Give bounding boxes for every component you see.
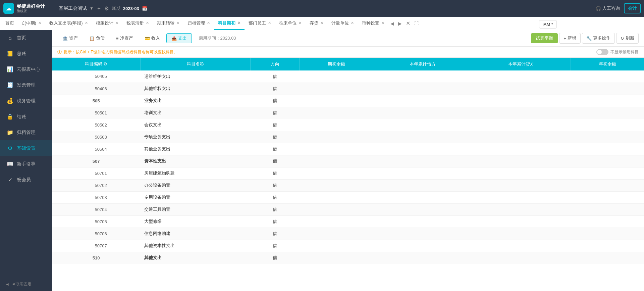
cell-begin-balance (571, 215, 644, 228)
tab-partners-close[interactable]: ✕ (299, 21, 302, 25)
cell-opening[interactable] (300, 95, 373, 107)
add-company-button[interactable]: ＋ (96, 5, 102, 12)
tab-tax-close[interactable]: ✕ (146, 21, 149, 25)
refresh-button[interactable]: ↻ 刷新 (616, 33, 639, 44)
table-row[interactable]: 50707其他资本性支出借 (52, 240, 644, 252)
tab-home-label: 首页 (5, 20, 14, 26)
cell-dir: 借 (251, 83, 300, 95)
cell-opening[interactable] (300, 143, 373, 155)
tab-subject-close[interactable]: ✕ (237, 21, 240, 25)
tab-unit-close[interactable]: ✕ (351, 21, 354, 25)
table-row[interactable]: 50503专项业务支出借 (52, 131, 644, 143)
tab-inventory-close[interactable]: ✕ (320, 21, 323, 25)
cell-opening[interactable] (300, 83, 373, 95)
cell-begin-balance (571, 240, 644, 252)
hint-text: 提示：按Ctrl + F键并输入科目编码或者科目名称可以查找科目。 (64, 49, 178, 55)
cell-opening[interactable] (300, 215, 373, 228)
sidebar-item-invoice[interactable]: 🧾 发票管理 (0, 77, 52, 93)
sidebar-item-member[interactable]: ✓ 畅会员 (0, 172, 52, 188)
cell-opening[interactable] (300, 240, 373, 252)
balance-button[interactable]: 试算平衡 (531, 33, 558, 43)
tab-close-all-button[interactable]: ✕ (404, 17, 412, 30)
cell-opening[interactable] (300, 70, 373, 83)
cell-opening[interactable] (300, 252, 373, 264)
calendar-icon[interactable]: 📅 (142, 6, 147, 11)
table-row[interactable]: 50501培训支出借 (52, 107, 644, 119)
cell-opening[interactable] (300, 155, 373, 167)
tab-dept-close[interactable]: ✕ (268, 21, 271, 25)
tab-archive-close[interactable]: ✕ (207, 21, 210, 25)
subject-tab-asset[interactable]: 🏦 资产 (57, 33, 83, 43)
tab-period-close[interactable]: 期末结转 ✕ (153, 17, 183, 30)
sidebar-item-reports[interactable]: 📊 云报表中心 (0, 61, 52, 77)
tab-period-close-x[interactable]: ✕ (176, 21, 179, 25)
tab-unit[interactable]: 计量单位 ✕ (327, 17, 358, 30)
company-dropdown-icon[interactable]: ▼ (90, 6, 94, 11)
tab-midterm-close[interactable]: ✕ (38, 21, 41, 25)
th-begin: 年初余额 (571, 58, 644, 70)
col-settings-icon[interactable]: ⚙ (103, 61, 107, 66)
table-row[interactable]: 50405运维维护支出借 (52, 70, 644, 83)
table-row[interactable]: 50704交通工具购置借 (52, 203, 644, 215)
sidebar-item-guide[interactable]: 📖 新手引导 (0, 156, 52, 172)
sidebar-pin-button[interactable]: ◄ ◄取消固定 (0, 277, 52, 291)
table-row[interactable]: 50705大型修缮借 (52, 215, 644, 228)
cell-opening[interactable] (300, 107, 373, 119)
tab-midterm[interactable]: £(中期) ✕ (18, 17, 45, 30)
service-button[interactable]: 🎧 人工咨询 (596, 5, 620, 11)
sidebar-item-settings[interactable]: ⚙ 基础设置 (0, 140, 52, 156)
tab-archive[interactable]: 归档管理 ✕ (183, 17, 214, 30)
tab-template-close[interactable]: ✕ (115, 21, 118, 25)
tab-next-button[interactable]: ▶ (396, 17, 404, 30)
tab-dept-staff[interactable]: 部门员工 ✕ (245, 17, 275, 30)
cell-begin-balance (571, 143, 644, 155)
table-row[interactable]: 510其他支出借 (52, 252, 644, 264)
tab-expand-button[interactable]: ⛶ (412, 17, 421, 30)
company-settings-icon[interactable]: ⚙ (104, 5, 109, 12)
sidebar-item-ledger[interactable]: 📒 总账 (0, 46, 52, 61)
subject-tab-income[interactable]: 💳 收入 (140, 33, 165, 43)
tab-currency[interactable]: 币种设置 ✕ (358, 17, 388, 30)
tab-template[interactable]: 模版设计 ✕ (92, 17, 122, 30)
cell-opening[interactable] (300, 131, 373, 143)
table-row[interactable]: 50406其他维权支出借 (52, 83, 644, 95)
tab-annual-close[interactable]: ✕ (85, 21, 88, 25)
tab-prev-button[interactable]: ◀ (388, 17, 396, 30)
asset-icon: 🏦 (62, 36, 68, 41)
sidebar-item-tax[interactable]: 💰 税务管理 (0, 93, 52, 109)
cell-opening[interactable] (300, 191, 373, 203)
cell-opening[interactable] (300, 228, 373, 240)
disable-toggle[interactable] (596, 49, 608, 55)
tab-partners[interactable]: 往来单位 ✕ (275, 17, 306, 30)
table-row[interactable]: 50706信息网络购建借 (52, 228, 644, 240)
th-ytd-credit: 本年累计贷方 (472, 58, 571, 70)
more-button[interactable]: 🔧 更多操作 (582, 33, 615, 44)
header-right: 🎧 人工咨询 会计 (596, 3, 641, 13)
tab-inventory[interactable]: 存货 ✕ (306, 17, 327, 30)
sidebar-item-archive[interactable]: 📁 归档管理 (0, 125, 52, 140)
sidebar-item-home[interactable]: ⌂ 首页 (0, 30, 52, 46)
cell-opening[interactable] (300, 119, 373, 131)
account-button[interactable]: 会计 (624, 3, 641, 13)
table-row[interactable]: 505业务支出借 (52, 95, 644, 107)
subject-tab-net[interactable]: ≡ 净资产 (111, 33, 138, 43)
tab-home[interactable]: 首页 (1, 17, 18, 30)
table-row[interactable]: 50702办公设备购置借 (52, 179, 644, 191)
table-row[interactable]: 50701房屋建筑物购建借 (52, 167, 644, 179)
subject-tab-expense[interactable]: 📤 支出 (166, 33, 192, 43)
cell-opening[interactable] (300, 167, 373, 179)
new-button[interactable]: + 新增 (559, 33, 581, 44)
tab-subject-init[interactable]: 科目期初 ✕ (214, 17, 245, 30)
table-row[interactable]: 507资本性支出借 (52, 155, 644, 167)
table-row[interactable]: 50703专用设备购置借 (52, 191, 644, 203)
cell-opening[interactable] (300, 203, 373, 215)
table-row[interactable]: 50502会议支出借 (52, 119, 644, 131)
table-row[interactable]: 50504其他业务支出借 (52, 143, 644, 155)
tab-currency-close[interactable]: ✕ (381, 21, 384, 25)
tab-annual-report[interactable]: 收入支出表(年报) ✕ (45, 17, 92, 30)
cell-opening[interactable] (300, 179, 373, 191)
period-value: 2023-03 (123, 6, 139, 11)
subject-tab-liability[interactable]: 📋 负债 (84, 33, 110, 43)
tab-tax-table[interactable]: 税表清册 ✕ (122, 17, 153, 30)
sidebar-item-close[interactable]: 🔒 结账 (0, 109, 52, 125)
